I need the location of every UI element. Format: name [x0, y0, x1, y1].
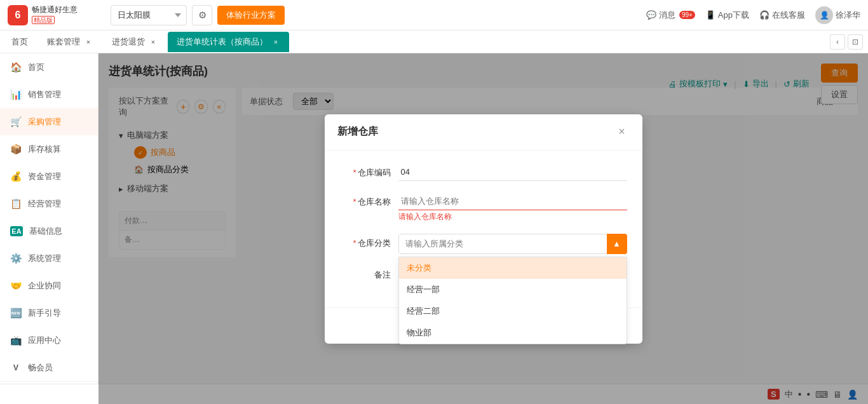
sidebar-item-sales[interactable]: 📊 销售管理	[0, 81, 98, 108]
basic-info-icon: EA	[10, 226, 23, 236]
dropdown-item-unclassified[interactable]: 未分类	[399, 257, 627, 279]
tab-purchase-return-label: 进货退货	[112, 36, 145, 48]
modal-body: *仓库编码 *仓库名称 请输入仓库名称	[325, 151, 642, 307]
tabs-prev-button[interactable]: ‹	[830, 34, 845, 50]
modal-close-button[interactable]: ×	[614, 125, 630, 140]
tabs-right-controls: ‹ ⊡	[830, 34, 865, 50]
app-download-label: App下载	[718, 10, 749, 21]
settings-gear-button[interactable]: ⚙	[192, 5, 212, 25]
name-input-wrap: 请输入仓库名称	[398, 192, 627, 222]
top-nav: 6 畅捷通好生意 精品版 日太阳膜 ⚙ 体验行业方案 💬 消息 99+ 📱 Ap…	[0, 0, 868, 30]
app-name: 畅捷通好生意	[32, 5, 78, 15]
sidebar-home-label: 首页	[28, 62, 44, 73]
tab-account[interactable]: 账套管理 ×	[38, 32, 102, 52]
message-badge: 99+	[679, 11, 695, 19]
sidebar-finance-label: 资金管理	[28, 171, 61, 182]
trial-button[interactable]: 体验行业方案	[217, 6, 285, 25]
sidebar-guide-label: 新手引导	[28, 307, 61, 319]
form-row-name: *仓库名称 请输入仓库名称	[340, 192, 627, 222]
sidebar-purchase-label: 采购管理	[28, 116, 61, 128]
code-input[interactable]	[398, 163, 627, 181]
message-icon: 💬	[646, 10, 656, 20]
finance-icon: 💰	[10, 171, 22, 182]
search-select[interactable]: 日太阳膜	[111, 5, 187, 25]
message-label: 消息	[659, 10, 675, 21]
sidebar-item-collab[interactable]: 🤝 企业协同	[0, 272, 98, 299]
sidebar-item-guide[interactable]: 🆕 新手引导	[0, 299, 98, 327]
tab-purchase-return-close[interactable]: ×	[149, 37, 158, 46]
phone-icon: 📱	[705, 10, 715, 20]
sidebar-item-basic-info[interactable]: EA 基础信息	[0, 217, 98, 245]
sidebar: 🏠 首页 📊 销售管理 🛒 采购管理 📦 库存核算 💰 资金管理 📋 经营管理 …	[0, 53, 98, 404]
dropdown-item-dept1[interactable]: 经营一部	[399, 279, 627, 300]
main-layout: 🏠 首页 📊 销售管理 🛒 采购管理 📦 库存核算 💰 资金管理 📋 经营管理 …	[0, 53, 868, 404]
modal-add-warehouse: 新增仓库 × *仓库编码	[325, 114, 642, 344]
code-input-wrap	[398, 163, 627, 181]
name-error-msg: 请输入仓库名称	[398, 212, 627, 222]
sidebar-system-label: 系统管理	[28, 253, 61, 264]
sales-icon: 📊	[10, 89, 22, 100]
sidebar-apps-label: 应用中心	[28, 335, 61, 346]
home-icon: 🏠	[10, 62, 22, 73]
message-item[interactable]: 💬 消息 99+	[646, 10, 695, 21]
user-item[interactable]: 👤 徐泽华	[815, 6, 860, 24]
online-service-item[interactable]: 🎧 在线客服	[759, 10, 805, 21]
sidebar-basic-info-label: 基础信息	[29, 226, 62, 237]
category-dropdown-button[interactable]: ▲	[607, 234, 627, 254]
tab-purchase-stats-close[interactable]: ×	[271, 37, 280, 46]
modal-header: 新增仓库 ×	[325, 114, 642, 151]
content-area: 进货单统计(按商品) 🖨 按模板打印 ▾ | ⬇ 导出 | ↺ 刷新 查询 设置	[98, 53, 868, 404]
app-download-item[interactable]: 📱 App下载	[705, 10, 749, 21]
tabs-next-button[interactable]: ⊡	[848, 34, 863, 50]
form-row-code: *仓库编码	[340, 163, 627, 181]
category-dropdown-list: 未分类 经营一部 经营二部 物业部	[398, 257, 627, 344]
tab-account-close[interactable]: ×	[84, 37, 93, 46]
sidebar-item-inventory[interactable]: 📦 库存核算	[0, 135, 98, 163]
operations-icon: 📋	[10, 198, 22, 210]
category-select-wrap: ▲ 未分类 经营一部 经营二部 物业部	[398, 234, 627, 254]
modal-overlay: 新增仓库 × *仓库编码	[98, 53, 868, 404]
notes-label: 备注	[340, 266, 391, 281]
sidebar-item-home[interactable]: 🏠 首页	[0, 53, 98, 81]
form-row-category: *仓库分类 ▲ 未分类 经营一部 经营二部 物业部	[340, 234, 627, 254]
inventory-icon: 📦	[10, 144, 22, 155]
sidebar-item-finance[interactable]: 💰 资金管理	[0, 163, 98, 190]
sidebar-sales-label: 销售管理	[28, 89, 61, 100]
search-area: 日太阳膜 ⚙ 体验行业方案	[111, 5, 639, 25]
dropdown-item-dept2[interactable]: 经营二部	[399, 300, 627, 322]
collab-icon: 🤝	[10, 280, 22, 292]
tab-home[interactable]: 首页	[3, 32, 37, 52]
apps-icon: 📺	[10, 335, 22, 346]
sidebar-inventory-label: 库存核算	[28, 144, 61, 155]
tab-purchase-return[interactable]: 进货退货 ×	[103, 32, 166, 52]
category-input[interactable]	[398, 234, 627, 254]
tab-purchase-stats-label: 进货单统计表（按商品）	[177, 36, 268, 48]
name-input[interactable]	[398, 192, 627, 210]
app-logo-icon: 6	[8, 5, 28, 25]
guide-icon: 🆕	[10, 307, 22, 319]
vip-icon: V	[10, 362, 22, 374]
tab-home-label: 首页	[11, 36, 28, 48]
logo-area: 6 畅捷通好生意 精品版	[8, 5, 103, 25]
purchase-icon: 🛒	[10, 116, 22, 128]
dropdown-item-dept3[interactable]: 物业部	[399, 322, 627, 344]
system-icon: ⚙️	[10, 253, 22, 264]
sidebar-item-system[interactable]: ⚙️ 系统管理	[0, 245, 98, 272]
modal-title: 新增仓库	[337, 125, 378, 138]
name-label: *仓库名称	[340, 192, 391, 208]
sidebar-operations-label: 经营管理	[28, 198, 61, 210]
sidebar-item-apps[interactable]: 📺 应用中心	[0, 327, 98, 354]
online-service-label: 在线客服	[772, 10, 805, 21]
edition-badge: 精品版	[32, 16, 55, 24]
avatar: 👤	[815, 6, 833, 24]
category-label: *仓库分类	[340, 234, 391, 249]
sidebar-vip-label: 畅会员	[28, 362, 53, 374]
sidebar-item-operations[interactable]: 📋 经营管理	[0, 190, 98, 217]
sidebar-collab-label: 企业协同	[28, 280, 61, 292]
sidebar-item-purchase[interactable]: 🛒 采购管理	[0, 108, 98, 135]
sidebar-item-vip[interactable]: V 畅会员	[0, 354, 98, 381]
tab-purchase-stats[interactable]: 进货单统计表（按商品） ×	[168, 32, 289, 52]
headset-icon: 🎧	[759, 10, 770, 20]
tabs-bar: 首页 账套管理 × 进货退货 × 进货单统计表（按商品） × ‹ ⊡	[0, 30, 868, 53]
tab-account-label: 账套管理	[47, 36, 80, 48]
